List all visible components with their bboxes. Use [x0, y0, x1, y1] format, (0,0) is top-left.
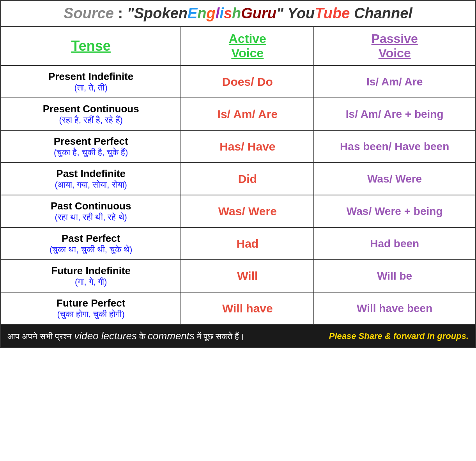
active-cell: Did	[181, 163, 314, 195]
footer: आप अपने सभी प्रश्न video lectures के com…	[0, 325, 476, 348]
table-row: Past Perfect(चुका था, चुकी थी, चुके थे)H…	[1, 227, 476, 260]
active-cell: Is/ Am/ Are	[181, 98, 314, 130]
passive-cell: Has been/ Have been	[314, 130, 475, 163]
table-row: Present Perfect(चुका है, चुकी है, चुके ह…	[1, 130, 476, 163]
passive-cell: Will be	[314, 260, 475, 292]
tense-cell: Present Indefinite(ता, ते, ती)	[1, 66, 181, 98]
passive-cell: Was/ Were	[314, 163, 475, 195]
footer-right: Please Share & forward in groups.	[329, 331, 469, 341]
header-tense: Tense	[1, 27, 181, 66]
header-passive: PassiveVoice	[314, 27, 475, 66]
passive-cell: Was/ Were + being	[314, 195, 475, 227]
passive-cell: Will have been	[314, 292, 475, 325]
passive-cell: Is/ Am/ Are	[314, 66, 475, 98]
table-row: Future Indefinite(गा, गे, गी)WillWill be	[1, 260, 476, 292]
tense-cell: Past Indefinite(आया, गया, सोया, रोया)	[1, 163, 181, 195]
table-row: Present Indefinite(ता, ते, ती)Does/ DoIs…	[1, 66, 476, 98]
header: Source : "SpokenEnglishGuru" YouTube Cha…	[0, 0, 476, 26]
active-cell: Was/ Were	[181, 195, 314, 227]
active-cell: Will have	[181, 292, 314, 325]
table-row: Past Continuous(रहा था, रही थी, रहे थे)W…	[1, 195, 476, 227]
header-active: ActiveVoice	[181, 27, 314, 66]
table-row: Present Continuous(रहा है, रहीं है, रहे …	[1, 98, 476, 130]
table-row: Past Indefinite(आया, गया, सोया, रोया)Did…	[1, 163, 476, 195]
footer-left: आप अपने सभी प्रश्न video lectures के com…	[7, 330, 245, 342]
tense-cell: Past Continuous(रहा था, रही थी, रहे थे)	[1, 195, 181, 227]
passive-cell: Had been	[314, 227, 475, 260]
tense-cell: Future Indefinite(गा, गे, गी)	[1, 260, 181, 292]
passive-cell: Is/ Am/ Are + being	[314, 98, 475, 130]
active-cell: Will	[181, 260, 314, 292]
active-cell: Had	[181, 227, 314, 260]
tense-cell: Present Continuous(रहा है, रहीं है, रहे …	[1, 98, 181, 130]
active-cell: Has/ Have	[181, 130, 314, 163]
tense-cell: Future Perfect(चुका होगा, चुकी होगी)	[1, 292, 181, 325]
active-cell: Does/ Do	[181, 66, 314, 98]
tense-cell: Present Perfect(चुका है, चुकी है, चुके ह…	[1, 130, 181, 163]
table-row: Future Perfect(चुका होगा, चुकी होगी)Will…	[1, 292, 476, 325]
tense-cell: Past Perfect(चुका था, चुकी थी, चुके थे)	[1, 227, 181, 260]
